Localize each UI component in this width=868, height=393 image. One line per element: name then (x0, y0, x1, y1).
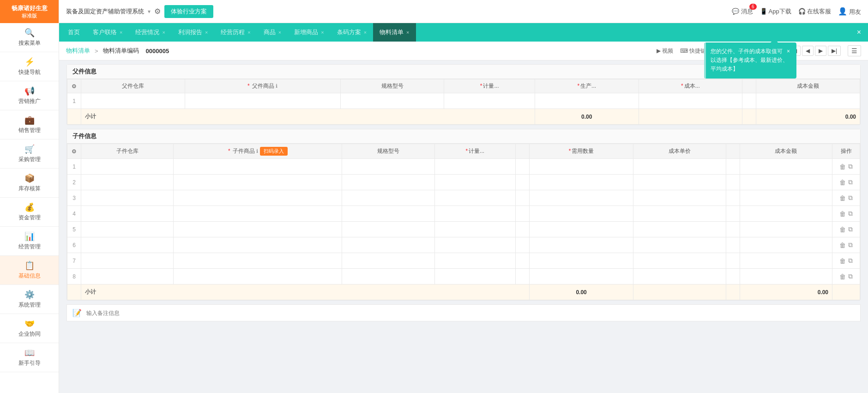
remark-section: 📝 (66, 304, 861, 321)
main-area: 装备及固定资产辅助管理系统 ▾ ⚙ 体验行业方案 💬 6 消息 📱 App下载 … (59, 0, 868, 393)
close-tab-icon[interactable]: × (205, 30, 208, 35)
sidebar-item-finance[interactable]: 💰 资金管理 (0, 198, 59, 227)
shortcut-button[interactable]: ⌨ 快捷键 (680, 47, 706, 55)
tab-history[interactable]: 经营历程 × (214, 23, 257, 42)
parent-warehouse-cell[interactable] (81, 93, 185, 109)
copy-row-icon[interactable]: ⧉ (848, 194, 853, 202)
video-icon: ▶ (657, 48, 661, 54)
view-video-button[interactable]: ▶ 视频 (657, 47, 673, 55)
tab-label: 首页 (68, 28, 80, 36)
online-service-button[interactable]: 🎧 在线客服 (798, 7, 832, 16)
sidebar-item-enterprise[interactable]: 🤝 企业协同 (0, 314, 59, 343)
sidebar-item-marketing[interactable]: 📢 营销推广 (0, 81, 59, 110)
tab-operation[interactable]: 经营情况 × (129, 23, 171, 42)
scan-input-button[interactable]: 扫码录入 (260, 147, 288, 156)
delete-row-icon[interactable]: 🗑 (839, 194, 846, 202)
sidebar-item-guide[interactable]: 📖 新手引导 (0, 343, 59, 372)
child-warehouse-1[interactable] (81, 159, 174, 175)
sidebar-item-sales[interactable]: 💼 销售管理 (0, 110, 59, 139)
delete-row-icon[interactable]: 🗑 (839, 273, 846, 280)
finance-icon: 💰 (24, 202, 35, 212)
table-row: 2 🗑⧉ (67, 175, 860, 190)
tab-new-goods[interactable]: 新增商品 × (288, 23, 330, 42)
tab-home[interactable]: 首页 (61, 23, 86, 42)
tab-label: 商品 (264, 28, 276, 36)
system-dropdown-arrow[interactable]: ▾ (148, 8, 151, 15)
close-all-tabs-button[interactable]: × (852, 28, 866, 36)
app-download-button[interactable]: 📱 App下载 (760, 7, 791, 16)
breadcrumb-bom-list[interactable]: 物料清单 (66, 47, 90, 55)
breadcrumb-doc-code-label: 物料清单编码 (103, 47, 139, 55)
sidebar-item-quick-nav[interactable]: ⚡ 快捷导航 (0, 52, 59, 81)
child-col-empty1 (515, 144, 529, 159)
delete-row-icon[interactable]: 🗑 (839, 163, 846, 170)
close-tab-icon[interactable]: × (321, 30, 324, 35)
sidebar-item-basic-info[interactable]: 📋 基础信息 (0, 256, 59, 285)
delete-row-icon[interactable]: 🗑 (839, 226, 846, 233)
delete-row-icon[interactable]: 🗑 (839, 179, 846, 186)
nav-last-button[interactable]: ▶| (828, 46, 841, 56)
tab-bom[interactable]: 物料清单 × (373, 23, 416, 42)
sidebar-item-operations[interactable]: 📊 经营管理 (0, 227, 59, 256)
copy-row-icon[interactable]: ⧉ (848, 210, 853, 218)
parent-subtotal-empty2 (742, 109, 756, 125)
nav-next-button[interactable]: ▶ (815, 46, 826, 56)
copy-row-icon[interactable]: ⧉ (848, 225, 853, 233)
child-product-1[interactable] (174, 159, 342, 175)
remark-input[interactable] (86, 310, 855, 316)
trial-button[interactable]: 体验行业方案 (164, 5, 213, 18)
delete-row-icon[interactable]: 🗑 (839, 210, 846, 218)
close-tab-icon[interactable]: × (364, 30, 367, 35)
tab-goods[interactable]: 商品 × (257, 23, 288, 42)
info-icon: ℹ (276, 83, 277, 89)
parent-table-header: ⚙ 父件仓库 * 父件商品 ℹ 规格型号 (67, 79, 860, 93)
parent-subtotal-label: 小计 (81, 109, 535, 125)
child-col-qty: *需用数量 (529, 144, 633, 159)
sidebar-item-label: 销售管理 (18, 127, 41, 134)
copy-row-icon[interactable]: ⧉ (848, 178, 853, 186)
close-tab-icon[interactable]: × (406, 30, 409, 35)
settings-icon[interactable]: ⚙ (154, 7, 161, 16)
nav-prev-button[interactable]: ◀ (802, 46, 814, 56)
close-tab-icon[interactable]: × (120, 30, 122, 35)
sidebar-item-label: 采购管理 (18, 156, 41, 163)
messages-button[interactable]: 💬 6 消息 (732, 7, 753, 16)
sidebar: 畅康诸好生意 标准版 🔍 搜索菜单 ⚡ 快捷导航 📢 营销推广 💼 销售管理 🛒… (0, 0, 59, 393)
message-icon: 💬 (732, 8, 739, 15)
sidebar-item-system[interactable]: ⚙️ 系统管理 (0, 285, 59, 314)
delete-row-icon[interactable]: 🗑 (839, 257, 846, 265)
marketing-icon: 📢 (24, 86, 35, 96)
child-col-unit: *计量... (434, 144, 515, 159)
parent-unit-cell[interactable] (444, 93, 535, 109)
copy-row-icon[interactable]: ⧉ (848, 272, 853, 280)
sidebar-item-search[interactable]: 🔍 搜索菜单 (0, 23, 59, 52)
child-col-spec: 规格型号 (342, 144, 434, 159)
tooltip-text: 您的父件、子件的成本取值可以选择【参考成本、最新进价、平均成本】 (711, 48, 788, 72)
close-tooltip-button[interactable]: × (787, 47, 790, 56)
child-unit-1[interactable] (434, 159, 515, 175)
copy-row-icon[interactable]: ⧉ (848, 257, 853, 265)
child-unit-cost-1[interactable] (633, 159, 726, 175)
search-icon: 🔍 (24, 28, 35, 38)
copy-row-icon[interactable]: ⧉ (848, 163, 853, 170)
parent-production-cell[interactable] (535, 93, 639, 109)
tab-profit[interactable]: 利润报告 × (172, 23, 214, 42)
close-tab-icon[interactable]: × (278, 30, 281, 35)
sidebar-item-purchase[interactable]: 🛒 采购管理 (0, 139, 59, 169)
sidebar-item-inventory[interactable]: 📦 库存核算 (0, 169, 59, 198)
parent-product-cell[interactable] (185, 93, 340, 109)
tab-customer[interactable]: 客户联络 × (86, 23, 129, 42)
child-qty-1[interactable] (529, 159, 633, 175)
parent-spec-cell[interactable] (340, 93, 444, 109)
parent-cost-cell[interactable] (639, 93, 742, 109)
tab-barcode[interactable]: 条码方案 × (331, 23, 373, 42)
close-tab-icon[interactable]: × (247, 30, 250, 35)
copy-row-icon[interactable]: ⧉ (848, 241, 853, 249)
view-list-button[interactable]: ☰ (848, 45, 861, 56)
child-table: ⚙ 子件仓库 * 子件商品 ℹ 扫码录入 规格型号 * (67, 144, 860, 300)
child-spec-1[interactable] (342, 159, 434, 175)
delete-row-icon[interactable]: 🗑 (839, 242, 846, 249)
breadcrumb: 物料清单 > 物料清单编码 0000005 (66, 47, 169, 55)
close-tab-icon[interactable]: × (162, 30, 165, 35)
user-button[interactable]: 👤 用友 (838, 7, 861, 16)
